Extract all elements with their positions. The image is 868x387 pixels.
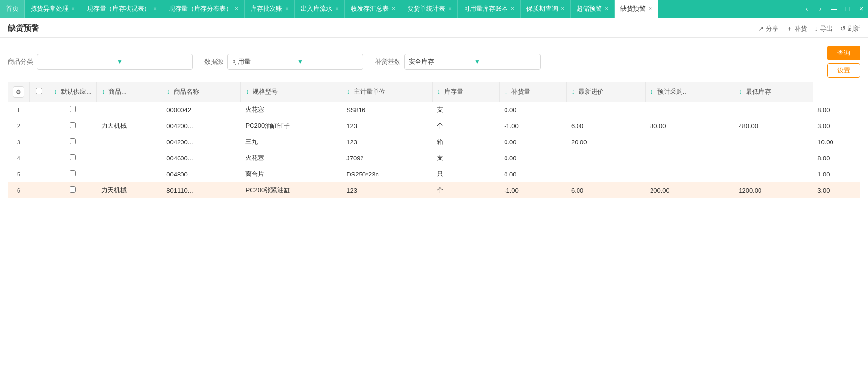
tab-close-3[interactable]: × <box>235 5 238 12</box>
tab-close-11[interactable]: × <box>649 5 652 12</box>
row-latest-price-1: 80.00 <box>645 118 734 134</box>
tab-batch-account[interactable]: 库存批次账 × <box>245 0 295 18</box>
row-spec-3: J7092 <box>342 150 432 166</box>
table-row: 1 0000042 火花塞 SS816 支 0.00 8.00 <box>8 102 860 118</box>
col-product-code: ↕ 商品... <box>96 82 162 102</box>
row-select-4[interactable] <box>70 170 76 176</box>
tab-close-1[interactable]: × <box>72 5 75 12</box>
col-select-all <box>30 82 49 102</box>
tab-shortage[interactable]: 缺货预警 × <box>615 0 658 18</box>
row-estimated-purchase-4 <box>734 166 813 182</box>
col-latest-price: ↕ 最新进价 <box>566 82 645 102</box>
row-select-1[interactable] <box>70 122 76 128</box>
table-header-row: ⚙ ↕ 默认供应... ↕ 商品... ↕ 商品名称 <box>8 82 860 102</box>
replenish-button[interactable]: ＋ 补货 <box>786 24 807 33</box>
row-replenish-qty-4 <box>566 166 645 182</box>
row-unit-2: 箱 <box>432 134 499 150</box>
row-product-name-1: PC200油缸缸子 <box>240 118 342 134</box>
row-replenish-qty-2: 20.00 <box>566 134 645 150</box>
row-product-code-0: 0000042 <box>162 102 240 118</box>
row-replenish-qty-1: 6.00 <box>566 118 645 134</box>
row-latest-price-5: 200.00 <box>645 182 734 198</box>
row-unit-0: 支 <box>432 102 499 118</box>
refresh-button[interactable]: ↺ 刷新 <box>840 24 860 33</box>
table-body: 1 0000042 火花塞 SS816 支 0.00 8.00 2 力天机械 0… <box>8 102 860 198</box>
tab-expiry[interactable]: 保质期查询 × <box>521 0 571 18</box>
row-gear-2 <box>30 134 49 150</box>
sort-icon-spec: ↕ <box>246 88 249 95</box>
tab-close-7[interactable]: × <box>448 5 452 12</box>
tab-summary[interactable]: 收发存汇总表 × <box>345 0 401 18</box>
col-spec: ↕ 规格型号 <box>240 82 342 102</box>
sort-icon-product-code: ↕ <box>102 88 105 95</box>
replenish-select[interactable]: 安全库存 ▼ <box>404 54 541 70</box>
tab-close-8[interactable]: × <box>511 5 514 12</box>
tab-close-9[interactable]: × <box>561 5 564 12</box>
tab-stock-status[interactable]: 现存量（库存状况表） × <box>81 0 163 18</box>
row-latest-price-3 <box>645 150 734 166</box>
tab-picking-exception[interactable]: 拣货异常处理 × <box>25 0 81 18</box>
row-num-1: 2 <box>8 118 30 134</box>
row-select-2[interactable] <box>70 138 76 144</box>
column-settings-gear[interactable]: ⚙ <box>13 86 24 98</box>
row-product-code-1: 004200... <box>162 118 240 134</box>
row-supplier-2 <box>96 134 162 150</box>
table-row: 4 004600... 火花塞 J7092 支 0.00 8.00 <box>8 150 860 166</box>
row-gear-4 <box>30 166 49 182</box>
table-container: ⚙ ↕ 默认供应... ↕ 商品... ↕ 商品名称 <box>0 82 868 206</box>
row-num-2: 3 <box>8 134 30 150</box>
window-minimize[interactable]: — <box>827 5 841 13</box>
page-content: 缺货预警 ↗ 分享 ＋ 补货 ↓ 导出 ↺ 刷新 商品分类 <box>0 18 868 387</box>
tab-home[interactable]: 首页 <box>0 0 25 18</box>
row-supplier-3 <box>96 150 162 166</box>
category-filter-group: 商品分类 ▼ <box>8 54 193 70</box>
sort-icon-replenish: ↕ <box>505 88 508 95</box>
row-unit-3: 支 <box>432 150 499 166</box>
query-button[interactable]: 查询 <box>827 46 860 60</box>
row-select-5[interactable] <box>70 186 76 193</box>
window-maximize[interactable]: □ <box>841 5 854 13</box>
tab-close-4[interactable]: × <box>285 5 289 12</box>
col-product-name: ↕ 商品名称 <box>162 82 240 102</box>
share-button[interactable]: ↗ 分享 <box>759 24 778 33</box>
row-checkbox-0 <box>49 102 97 118</box>
row-select-3[interactable] <box>70 154 76 160</box>
row-checkbox-1 <box>49 118 97 134</box>
sort-icon-unit: ↕ <box>347 88 350 95</box>
select-all-checkbox[interactable] <box>36 88 42 94</box>
export-button[interactable]: ↓ 导出 <box>815 24 833 33</box>
row-product-name-0: 火花塞 <box>240 102 342 118</box>
tab-close-6[interactable]: × <box>392 5 395 12</box>
row-spec-0: SS816 <box>342 102 432 118</box>
tab-scroll-left[interactable]: ‹ <box>800 5 814 13</box>
tab-close-2[interactable]: × <box>153 5 157 12</box>
row-spec-1: 123 <box>342 118 432 134</box>
row-stock-1: -1.00 <box>499 118 566 134</box>
row-estimated-purchase-1: 480.00 <box>734 118 813 134</box>
tab-demand-stats[interactable]: 要货单统计表 × <box>401 0 458 18</box>
row-select-0[interactable] <box>70 106 76 112</box>
tab-stock-dist[interactable]: 现存量（库存分布表） × <box>163 0 245 18</box>
row-gear-5 <box>30 182 49 198</box>
row-min-stock-5: 3.00 <box>813 182 860 198</box>
tab-inout-flow[interactable]: 出入库流水 × <box>295 0 345 18</box>
row-stock-0: 0.00 <box>499 102 566 118</box>
window-close[interactable]: × <box>854 5 868 13</box>
row-product-code-2: 004200... <box>162 134 240 150</box>
data-table: ⚙ ↕ 默认供应... ↕ 商品... ↕ 商品名称 <box>8 82 860 198</box>
datasource-select[interactable]: 可用量 ▼ <box>227 54 363 70</box>
row-gear-3 <box>30 150 49 166</box>
row-supplier-0 <box>96 102 162 118</box>
col-stock: ↕ 库存量 <box>432 82 499 102</box>
tab-close-10[interactable]: × <box>605 5 608 12</box>
tab-overstock[interactable]: 超储预警 × <box>571 0 615 18</box>
tab-scroll-right[interactable]: › <box>814 5 827 13</box>
row-stock-3: 0.00 <box>499 150 566 166</box>
category-select[interactable]: ▼ <box>37 54 193 70</box>
table-row: 5 004800... 离合片 DS250*23c... 只 0.00 1.00 <box>8 166 860 182</box>
settings-button[interactable]: 设置 <box>827 63 860 78</box>
tab-available-stock[interactable]: 可用量库存账本 × <box>458 0 521 18</box>
replenish-icon: ＋ <box>786 24 793 33</box>
row-product-name-5: PC200张紧油缸 <box>240 182 342 198</box>
tab-close-5[interactable]: × <box>335 5 339 12</box>
